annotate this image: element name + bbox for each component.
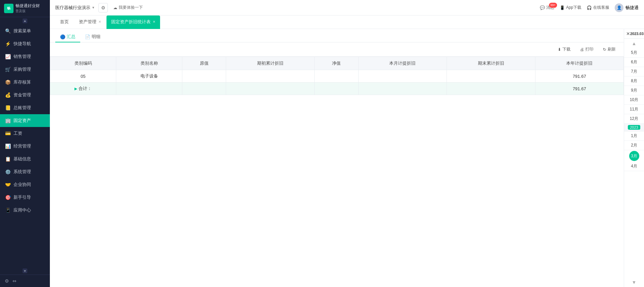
total-initial-accumulated (226, 83, 314, 95)
date-month-item[interactable]: 1月 (624, 131, 644, 141)
company-selector[interactable]: 医疗器械行业演示 ▾ (55, 5, 94, 11)
operations-icon: 📊 (5, 143, 11, 149)
tab-label: 首页 (60, 19, 69, 25)
sidebar-item-payroll[interactable]: 💳 工资 (0, 127, 50, 140)
sidebar-item-label: 固定资产 (13, 118, 31, 124)
sidebar-item-enterprise[interactable]: 🤝 企业协同 (0, 178, 50, 191)
close-panel-button[interactable]: ✕ (626, 31, 630, 36)
sidebar-scroll-down[interactable]: ▼ (0, 267, 50, 275)
sidebar-item-operations[interactable]: 📊 经营管理 (0, 140, 50, 153)
customer-service-button[interactable]: 🎧 在线客服 (587, 5, 609, 10)
date-month-item[interactable]: 4月 (624, 162, 644, 171)
tab-close-icon[interactable]: ✕ (153, 20, 155, 24)
date-panel: ✕ 2023.03 ⛶ ▲ 5月6月7月8月9月10月11月12月20231月2… (624, 29, 644, 287)
service-icon: 🎧 (587, 5, 592, 10)
collapse-icon[interactable]: ⇔ (12, 278, 17, 284)
sidebar-item-label: 采购管理 (13, 66, 31, 72)
sidebar-item-basic-info[interactable]: 📋 基础信息 (0, 153, 50, 165)
total-net-value (314, 83, 358, 95)
sidebar-item-search[interactable]: 🔍 搜索菜单 (0, 25, 50, 37)
company-name: 医疗器械行业演示 (55, 5, 90, 11)
sidebar-nav: 🔍 搜索菜单 ⚡ 快捷导航 📈 销售管理 🛒 采购管理 📦 库存核算 💰 资金管… (0, 25, 50, 267)
total-label-cell: ▶ 合计： (50, 83, 116, 95)
settings-button[interactable]: ⚙ (98, 3, 108, 12)
refresh-icon: ↻ (603, 47, 606, 52)
sub-tab-summary[interactable]: 🔵 汇总 (55, 32, 80, 42)
expand-icon[interactable]: ▶ (74, 87, 77, 91)
date-month-item[interactable]: 2月 (624, 141, 644, 150)
date-month-item[interactable]: 3月 (629, 151, 639, 161)
sub-tab-detail[interactable]: 📄 明细 (80, 32, 105, 42)
basic-info-icon: 📋 (5, 156, 11, 162)
app-download-button[interactable]: 📱 App下载 (560, 5, 581, 10)
date-month-item[interactable]: 9月 (624, 86, 644, 95)
sidebar-item-ledger[interactable]: 📒 总账管理 (0, 101, 50, 114)
refresh-button[interactable]: ↻ 刷新 (600, 45, 618, 54)
sidebar-item-system[interactable]: ⚙️ 系统管理 (0, 165, 50, 178)
date-scroll-down-button[interactable]: ▼ (630, 278, 639, 287)
settings-icon[interactable]: ⚙ (5, 278, 9, 284)
tab-depreciation[interactable]: 固定资产折旧统计表✕ (106, 15, 160, 29)
purchase-icon: 🛒 (5, 66, 11, 72)
app-title-group: 畅捷通好业财 普及版 (16, 3, 40, 13)
messages-button[interactable]: 💬 消息 99+ (540, 5, 554, 10)
col-period-end: 期末累计折旧 (447, 57, 535, 70)
gear-icon: ⚙ (101, 5, 105, 10)
sub-tabs: 🔵 汇总 📄 明细 (50, 29, 624, 42)
experience-label: 我要体验一下 (119, 5, 143, 10)
tab-close-icon[interactable]: ✕ (98, 20, 101, 24)
sidebar-item-quick-nav[interactable]: ⚡ 快捷导航 (0, 37, 50, 50)
date-panel-header: ✕ 2023.03 ⛶ (624, 29, 644, 39)
col-annual-depreciation: 本年计提折旧 (535, 57, 623, 70)
cell-name: 电子设备 (116, 70, 182, 83)
sidebar-footer-actions: ⚙ ⇔ (5, 278, 17, 284)
date-scroll-up-button[interactable]: ▲ (630, 39, 639, 48)
date-month-item[interactable]: 8月 (624, 76, 644, 86)
cell-initial-accumulated (226, 70, 314, 83)
cell-monthly-depreciation (358, 70, 447, 83)
app-logo: 畅 (4, 4, 13, 13)
avatar: 👤 (615, 3, 623, 12)
tab-label: 资产管理 (79, 19, 96, 25)
date-month-item[interactable]: 12月 (624, 114, 644, 124)
total-row: ▶ 合计： 791.67 (50, 83, 624, 95)
sidebar-item-finance[interactable]: 💰 资金管理 (0, 89, 50, 101)
content-area: 🔵 汇总 📄 明细 ⬇ 下载 🖨 打印 ↻ 刷新 (50, 29, 644, 287)
user-menu[interactable]: 👤 畅捷通 (615, 3, 639, 12)
col-monthly-depreciation: 本月计提折旧 (358, 57, 447, 70)
sidebar-scroll-up[interactable]: ▲ (0, 17, 50, 25)
ledger-icon: 📒 (5, 105, 11, 111)
download-icon: ⬇ (558, 47, 561, 52)
experience-button[interactable]: ☁ 我要体验一下 (113, 5, 143, 10)
date-month-item[interactable]: 10月 (624, 95, 644, 105)
scroll-up-icon[interactable]: ▲ (23, 19, 27, 23)
sidebar-item-sales[interactable]: 📈 销售管理 (0, 50, 50, 63)
tab-asset-mgmt[interactable]: 资产管理✕ (74, 15, 106, 29)
date-month-item[interactable]: 5月 (624, 48, 644, 58)
app-center-icon: 📱 (5, 207, 11, 213)
sidebar-item-label: 搜索菜单 (13, 28, 31, 34)
enterprise-icon: 🤝 (5, 182, 11, 188)
sidebar-item-label: 基础信息 (13, 156, 31, 162)
sidebar-item-guide[interactable]: 🎯 新手引导 (0, 191, 50, 204)
total-annual-depreciation: 791.67 (535, 83, 623, 95)
tab-home[interactable]: 首页 (55, 15, 73, 29)
date-month-item[interactable]: 7月 (624, 67, 644, 76)
sidebar-item-purchase[interactable]: 🛒 采购管理 (0, 63, 50, 76)
sidebar-item-app-center[interactable]: 📱 应用中心 (0, 204, 50, 217)
sidebar-item-label: 企业协同 (13, 182, 31, 188)
message-icon: 💬 (540, 5, 545, 10)
scroll-down-icon[interactable]: ▼ (23, 268, 27, 273)
date-month-item[interactable]: 11月 (624, 105, 644, 114)
search-icon: 🔍 (5, 28, 11, 34)
sidebar-item-label: 销售管理 (13, 54, 31, 60)
sidebar-item-inventory[interactable]: 📦 库存核算 (0, 76, 50, 89)
app-title: 畅捷通好业财 (16, 3, 40, 9)
cell-period-end (447, 70, 535, 83)
sidebar-item-fixed-assets[interactable]: 🏢 固定资产 (0, 114, 50, 127)
print-button[interactable]: 🖨 打印 (577, 45, 596, 54)
sidebar-item-label: 工资 (13, 130, 22, 136)
col-name: 类别名称 (116, 57, 182, 70)
download-button[interactable]: ⬇ 下载 (555, 45, 573, 54)
date-month-item[interactable]: 6月 (624, 58, 644, 67)
